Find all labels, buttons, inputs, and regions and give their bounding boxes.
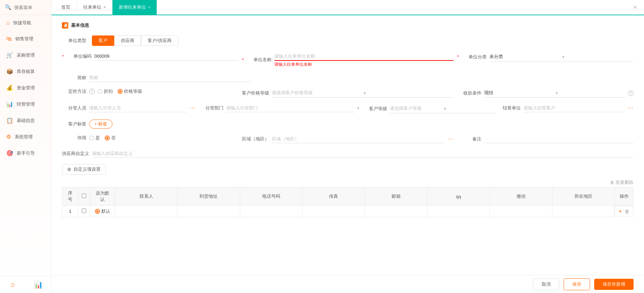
search-menu-row[interactable]: 🔍 [0, 0, 51, 15]
region-field: 区域（地区） ··· [242, 135, 454, 143]
row-email[interactable] [365, 206, 427, 217]
row-wechat[interactable] [490, 206, 552, 217]
sidebar-item-quick-nav-label: 快捷导航 [13, 20, 31, 26]
settlement-unit-input[interactable] [524, 104, 625, 112]
save-and-add-button[interactable]: 保存并新增 [594, 279, 634, 290]
radio-price-level[interactable]: 价格等级 [118, 88, 142, 95]
region-input[interactable] [272, 135, 445, 143]
btn-both[interactable]: 客户/供应商 [141, 35, 178, 46]
radio-disabled-yes[interactable]: 是 [89, 135, 100, 141]
sidebar-item-quick-nav[interactable]: ⌂ 快捷导航 [0, 15, 51, 31]
btn-customer[interactable]: 客户 [92, 35, 114, 46]
sidebar-item-operations[interactable]: 📊 经营管理 [0, 96, 51, 112]
disabled-radio-group: 是 否 [89, 135, 116, 141]
sidebar-item-purchase[interactable]: 🛒 采购管理 [0, 47, 51, 63]
sidebar-item-guide[interactable]: 🎯 新手引导 [0, 145, 51, 161]
row-qq-input[interactable] [431, 209, 486, 214]
col-action: 操作 [615, 187, 634, 206]
customer-level-chevron: ▾ [444, 106, 496, 111]
operations-icon: 📊 [6, 101, 13, 107]
row-fax[interactable] [303, 206, 365, 217]
sidebar-item-system[interactable]: ⚙ 系统管理 [0, 129, 51, 145]
tab-partners[interactable]: 往来单位 × [77, 0, 112, 15]
manager-field: 分管人员 ··· [62, 104, 196, 112]
row-delete-btn[interactable]: 🗑 [625, 209, 629, 214]
sidebar-item-basic-info[interactable]: 📋 基础信息 [0, 112, 51, 129]
row-address[interactable] [178, 206, 240, 217]
row-default-label: 默认 [101, 208, 110, 214]
sidebar-item-inventory[interactable]: 📦 库存核算 [0, 63, 51, 80]
add-tag-button[interactable]: + 标签 [89, 120, 112, 129]
sidebar-item-sales-label: 销售管理 [15, 36, 33, 42]
row-add-btn[interactable]: + [619, 208, 622, 214]
unit-code-input[interactable] [94, 52, 238, 60]
unit-code-label: 单位编码 [67, 53, 92, 59]
pricing-help-icon[interactable]: ? [89, 89, 95, 94]
sidebar-item-sales[interactable]: 🛍 销售管理 [0, 31, 51, 47]
row-default[interactable]: 默认 [90, 206, 115, 217]
row-fax-input[interactable] [306, 209, 361, 214]
tabbar: 首页 往来单位 × 新增往来单位 × × [52, 0, 644, 15]
row-area[interactable] [552, 206, 614, 217]
row-contact[interactable] [115, 206, 177, 217]
unit-type-buttons: 客户 供应商 客户/供应商 [92, 35, 178, 46]
unit-name-input[interactable] [274, 52, 454, 61]
unit-category-select[interactable]: 未分类 ▾ [489, 52, 634, 62]
unit-name-field: * 单位名称 请输入往来单位名称 [242, 52, 454, 67]
department-chevron: ▾ [357, 106, 359, 111]
customer-price-level-select[interactable]: 请选择客户价格等级 ▾ [272, 88, 454, 98]
tabbar-close-all[interactable]: × [630, 4, 641, 11]
row-area-input[interactable] [556, 209, 611, 214]
row-address-input[interactable] [181, 209, 236, 214]
row-phone[interactable] [240, 206, 302, 217]
col-email: 邮箱 [365, 187, 427, 206]
row-qq[interactable] [427, 206, 489, 217]
row-email-input[interactable] [368, 209, 423, 214]
cancel-button[interactable]: 取消 [533, 278, 559, 290]
tab-new-partner-close[interactable]: × [148, 5, 150, 10]
custom-settings-button[interactable]: ⚙ 自定义项设置 [62, 164, 106, 174]
sidebar-item-finance[interactable]: 💰 资金管理 [0, 80, 51, 96]
region-more-btn[interactable]: ··· [448, 136, 454, 142]
alias-field: 简称 [62, 74, 251, 82]
payment-terms-select[interactable]: 现结 ▾ [484, 88, 625, 98]
manager-input[interactable] [89, 104, 187, 112]
row-wechat-input[interactable] [493, 209, 548, 214]
alias-label: 简称 [62, 75, 86, 81]
tab-partners-close[interactable]: × [103, 5, 106, 10]
batch-delete-label[interactable]: 批量删除 [615, 180, 634, 185]
manager-row: 分管人员 ··· 分管部门 ▾ 客户等级 请选择客户等级 ▾ 结算单位 ··· [62, 104, 634, 113]
row-action[interactable]: + 🗑 [615, 206, 633, 217]
save-button[interactable]: 保存 [564, 278, 590, 290]
settlement-unit-more-btn[interactable]: ··· [628, 105, 634, 111]
supplier-custom-input[interactable] [92, 149, 634, 158]
unit-code-field: * 单位编码 [62, 52, 238, 60]
radio-disabled-no[interactable]: 否 [105, 135, 116, 141]
sidebar-item-finance-label: 资金管理 [17, 85, 35, 91]
tab-home[interactable]: 首页 [55, 0, 77, 15]
department-input[interactable] [226, 104, 355, 112]
row-default-radio[interactable]: 默认 [94, 208, 111, 214]
row-contact-input[interactable] [119, 209, 174, 214]
sidebar-footer-settings[interactable]: 📊 [26, 276, 52, 293]
radio-discount-label: 折扣 [104, 88, 113, 95]
col-checkbox[interactable] [78, 187, 90, 206]
sales-icon: 🛍 [6, 36, 12, 42]
manager-more-btn[interactable]: ··· [190, 105, 195, 111]
sidebar-footer-home[interactable]: ⌂ [0, 276, 26, 293]
pricing-method-label: 定价方法 [62, 88, 86, 95]
radio-discount[interactable]: 折扣 [97, 88, 113, 95]
btn-supplier[interactable]: 供应商 [114, 35, 141, 46]
remarks-input[interactable] [484, 135, 634, 143]
search-menu-input[interactable] [14, 5, 46, 10]
disabled-row: 停用 是 否 区域（地区） ··· 备注 [62, 135, 634, 143]
row-phone-input[interactable] [244, 209, 299, 214]
select-all-checkbox[interactable] [82, 194, 86, 198]
customer-level-select[interactable]: 请选择客户等级 ▾ [390, 104, 496, 113]
payment-terms-help[interactable]: ? [628, 90, 634, 96]
row-checkbox-input[interactable] [82, 209, 86, 213]
alias-input[interactable] [89, 74, 251, 82]
row-checkbox[interactable] [78, 206, 90, 217]
col-seq: 序号 [62, 187, 78, 206]
tab-new-partner[interactable]: 新增往来单位 × [112, 0, 157, 15]
